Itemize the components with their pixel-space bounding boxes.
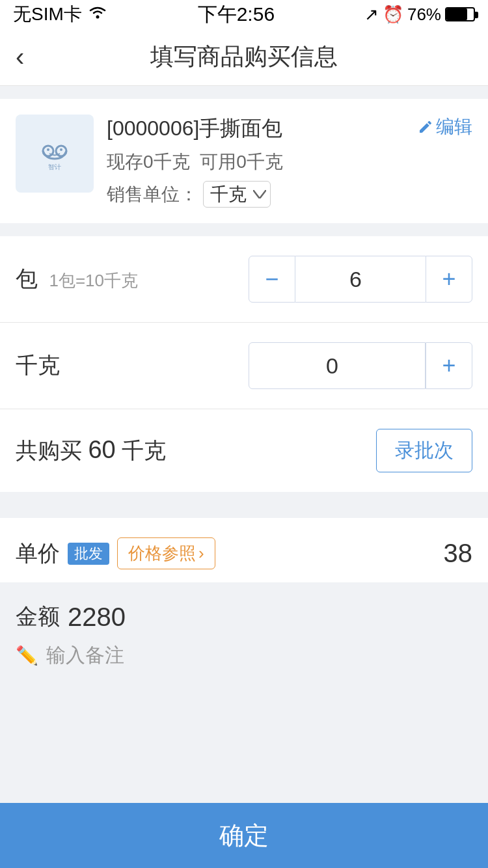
edit-icon [418,119,433,135]
product-stock: 现存0千克 可用0千克 [107,150,472,174]
svg-point-0 [96,16,99,19]
package-sublabel: 1包=10千克 [49,271,138,290]
remark-label[interactable]: 输入备注 [46,642,124,669]
product-info: [0000006]手撕面包 编辑 现存0千克 可用0千克 销售单位： 千克 包 [107,115,472,208]
status-bar: 无SIM卡 下午2:56 ↗ ⏰ 76% [0,0,488,29]
svg-text:智计: 智计 [48,163,61,170]
price-label: 单价 批发 价格参照 › [16,537,215,569]
product-name: [0000006]手撕面包 [107,115,282,143]
amount-section: 金额 2280 ✏️ 输入备注 [0,582,488,682]
package-decrement-button[interactable]: − [249,256,295,303]
product-logo-icon: 智计 [35,134,74,173]
package-quantity-input[interactable] [295,256,426,303]
package-increment-button[interactable]: + [426,256,472,303]
kg-quantity-input[interactable] [249,342,426,389]
kg-quantity-control: + [249,342,472,389]
main-content: 智计 [0000006]手撕面包 编辑 现存0千克 可用0千克 销售单位： 千克 [0,99,488,760]
status-time: 下午2:56 [198,1,275,28]
remark-row[interactable]: ✏️ 输入备注 [16,642,472,669]
price-row: 单价 批发 价格参照 › 38 [16,537,472,569]
amount-label: 金额 [16,602,60,632]
price-section: 单价 批发 价格参照 › 38 [0,518,488,582]
status-left: 无SIM卡 [13,2,108,27]
kg-increment-button[interactable]: + [426,342,472,389]
total-row: 共购买 60 千克 录批次 [0,409,488,492]
confirm-bar[interactable]: 确定 [0,803,488,868]
edit-label: 编辑 [436,115,472,139]
pencil-icon: ✏️ [16,645,38,666]
divider-2 [0,492,488,505]
location-icon: ↗ [364,5,379,25]
package-quantity-control: − + [249,256,472,303]
product-card: 智计 [0000006]手撕面包 编辑 现存0千克 可用0千克 销售单位： 千克 [0,99,488,223]
alarm-icon: ⏰ [383,5,403,25]
confirm-button[interactable]: 确定 [219,819,269,852]
price-ref-button[interactable]: 价格参照 › [117,537,215,569]
amount-value: 2280 [68,603,126,632]
svg-point-4 [60,148,62,151]
status-right: ↗ ⏰ 76% [364,5,475,25]
back-button[interactable]: ‹ [16,42,24,72]
amount-row: 金额 2280 [16,602,472,632]
edit-button[interactable]: 编辑 [418,115,472,139]
package-input-row: 包 1包=10千克 − + [0,236,488,323]
battery-percent: 76% [407,5,441,25]
page-title: 填写商品购买信息 [150,41,338,73]
kg-label: 千克 [16,351,249,381]
batch-button[interactable]: 录批次 [376,429,472,472]
product-thumbnail: 智计 [16,115,94,193]
product-unit: 销售单位： 千克 包 [107,181,472,208]
price-value: 38 [444,539,473,568]
carrier-label: 无SIM卡 [13,2,82,27]
pifa-badge: 批发 [68,543,109,565]
svg-point-3 [47,148,49,151]
battery-icon [445,7,475,21]
unit-select[interactable]: 千克 包 [203,181,271,208]
package-label: 包 1包=10千克 [16,264,249,294]
divider-1 [0,223,488,236]
total-amount: 60 [88,436,115,463]
total-text: 共购买 60 千克 [16,436,166,466]
wifi-icon [87,4,108,25]
nav-bar: ‹ 填写商品购买信息 [0,29,488,86]
kg-input-row: 千克 + [0,323,488,409]
